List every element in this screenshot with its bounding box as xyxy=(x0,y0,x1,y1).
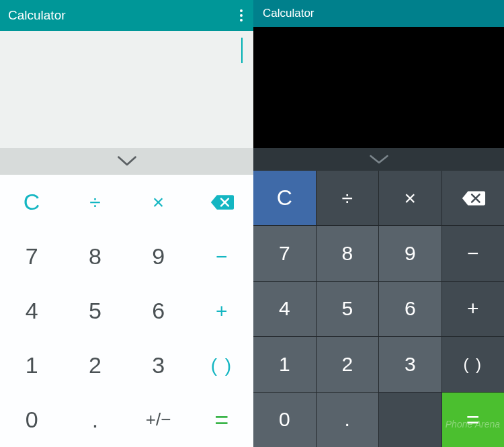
digit-2-button[interactable]: 2 xyxy=(317,337,379,391)
digit-3-button[interactable]: 3 xyxy=(127,338,190,393)
digit-7-button[interactable]: 7 xyxy=(253,226,316,280)
digit-5-button[interactable]: 5 xyxy=(63,284,126,338)
backspace-button[interactable] xyxy=(190,175,253,229)
equals-button[interactable]: = xyxy=(190,393,253,447)
app-header-light: Calculator xyxy=(0,0,253,31)
digit-4-button[interactable]: 4 xyxy=(0,284,63,338)
digit-8-button[interactable]: 8 xyxy=(317,226,379,280)
expand-panel-button[interactable] xyxy=(253,148,504,171)
digit-2-button[interactable]: 2 xyxy=(63,338,126,393)
digit-4-button[interactable]: 4 xyxy=(253,282,316,336)
calculator-dark: Calculator C ÷ × 7 8 9 − 4 5 6 + 1 2 3 (… xyxy=(253,0,504,447)
digit-3-button[interactable]: 3 xyxy=(379,337,442,391)
app-header-dark: Calculator xyxy=(253,0,504,27)
chevron-down-icon xyxy=(117,155,137,167)
digit-1-button[interactable]: 1 xyxy=(0,338,63,393)
clear-button[interactable]: C xyxy=(253,171,316,225)
plus-button[interactable]: + xyxy=(190,284,253,338)
digit-9-button[interactable]: 9 xyxy=(127,229,190,284)
plus-button[interactable]: + xyxy=(442,282,505,336)
digit-6-button[interactable]: 6 xyxy=(379,282,442,336)
display-area-light[interactable] xyxy=(0,31,253,148)
minus-button[interactable]: − xyxy=(190,229,253,284)
digit-0-button[interactable]: 0 xyxy=(253,393,316,447)
backspace-icon xyxy=(210,193,234,212)
decimal-button[interactable]: . xyxy=(63,393,126,447)
digit-6-button[interactable]: 6 xyxy=(127,284,190,338)
multiply-button[interactable]: × xyxy=(127,175,190,229)
app-title: Calculator xyxy=(263,7,314,20)
digit-5-button[interactable]: 5 xyxy=(317,282,379,336)
multiply-button[interactable]: × xyxy=(379,171,442,225)
digit-0-button[interactable]: 0 xyxy=(0,393,63,447)
digit-1-button[interactable]: 1 xyxy=(253,337,316,391)
chevron-down-icon xyxy=(369,153,389,165)
minus-button[interactable]: − xyxy=(442,226,505,280)
display-area-dark[interactable] xyxy=(253,27,504,148)
expand-panel-button[interactable] xyxy=(0,148,253,175)
keypad-light: C ÷ × 7 8 9 − 4 5 6 + 1 2 3 ( ) 0 . +/− … xyxy=(0,175,253,447)
digit-7-button[interactable]: 7 xyxy=(0,229,63,284)
equals-button[interactable]: = xyxy=(442,393,505,447)
sign-toggle-button[interactable]: +/− xyxy=(127,393,190,447)
decimal-button[interactable]: . xyxy=(317,393,379,447)
backspace-button[interactable] xyxy=(442,171,505,225)
blank-key[interactable] xyxy=(379,393,442,447)
divide-button[interactable]: ÷ xyxy=(63,175,126,229)
digit-9-button[interactable]: 9 xyxy=(379,226,442,280)
app-title: Calculator xyxy=(8,8,66,23)
calculator-light: Calculator C ÷ × 7 8 9 − 4 5 6 + 1 2 xyxy=(0,0,253,447)
overflow-menu-icon[interactable] xyxy=(237,9,245,22)
clear-button[interactable]: C xyxy=(0,175,63,229)
backspace-icon xyxy=(460,190,486,207)
text-cursor xyxy=(241,38,243,63)
divide-button[interactable]: ÷ xyxy=(317,171,379,225)
parentheses-button[interactable]: ( ) xyxy=(190,338,253,393)
parentheses-button[interactable]: ( ) xyxy=(442,337,505,391)
digit-8-button[interactable]: 8 xyxy=(63,229,126,284)
keypad-dark: C ÷ × 7 8 9 − 4 5 6 + 1 2 3 ( ) 0 . = xyxy=(253,171,504,447)
